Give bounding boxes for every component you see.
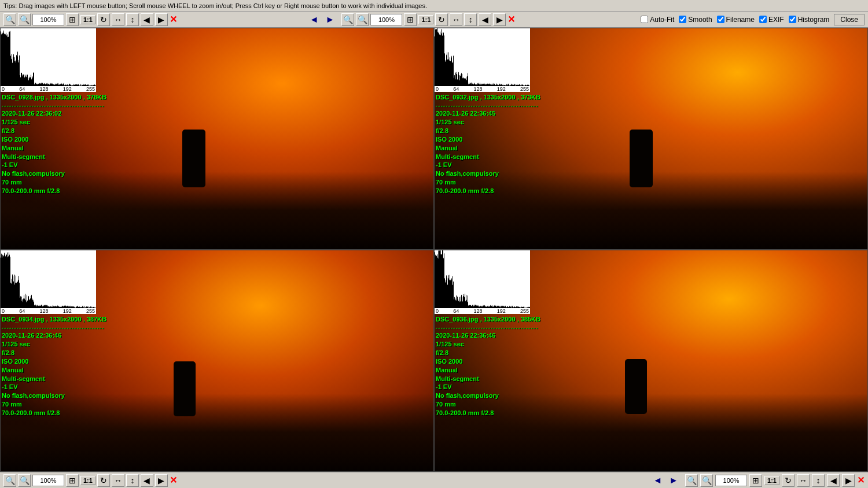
panel-top-left[interactable]: 0 64 128 192 255 DSC_0928.jpg , 1335x200… xyxy=(0,28,434,250)
close-bottom-right-button[interactable]: ✕ xyxy=(857,475,865,486)
flip-h-bottom-left-button[interactable]: ↔ xyxy=(112,474,124,487)
zoom-in-button[interactable]: 🔍 xyxy=(3,13,16,26)
rotate-cw-button[interactable]: ↻ xyxy=(97,13,110,26)
rotate-flip-v-right-button[interactable]: ↕ xyxy=(464,13,477,26)
flip-h-bottom-right-button[interactable]: ↔ xyxy=(797,474,810,487)
rotate-cw-bottom-left-button[interactable]: ↻ xyxy=(97,474,110,487)
1to1-bottom-right-button[interactable]: 1:1 xyxy=(764,476,779,485)
fit-bottom-left-button[interactable]: ⊞ xyxy=(66,474,79,487)
close-left-button[interactable]: ✕ xyxy=(170,14,177,25)
1to1-button[interactable]: 1:1 xyxy=(80,15,95,24)
1to1-right-button[interactable]: 1:1 xyxy=(418,15,433,24)
bottom-toolbar-left: 🔍 🔍 ⊞ 1:1 ↻ ↔ ↕ ◀ ▶ ✕ xyxy=(3,474,646,487)
fit-right-button[interactable]: ⊞ xyxy=(404,13,417,26)
zoom-input-left[interactable] xyxy=(32,14,64,25)
silhouette-tr xyxy=(630,130,653,187)
panel-bottom-left[interactable]: 0 64 128 192 255 DSC_0934.jpg , 1335x200… xyxy=(0,250,434,472)
fit-bottom-right-button[interactable]: ⊞ xyxy=(749,474,762,487)
nav-right-arrow[interactable]: ► xyxy=(323,14,337,25)
histogram-checkbox[interactable] xyxy=(789,16,796,23)
smooth-checkbox[interactable] xyxy=(679,16,686,23)
zoom-in-right-button[interactable]: 🔍 xyxy=(341,13,354,26)
next-button[interactable]: ▶ xyxy=(155,13,168,26)
histogram-label[interactable]: Histogram xyxy=(789,16,830,24)
autofit-label[interactable]: Auto-Fit xyxy=(641,16,674,24)
exif-checkbox[interactable] xyxy=(759,16,767,23)
exif-label[interactable]: EXIF xyxy=(759,16,784,24)
zoom-out-bottom-left-button[interactable]: 🔍 xyxy=(18,474,31,487)
smooth-label[interactable]: Smooth xyxy=(679,16,712,24)
zoom-out-button[interactable]: 🔍 xyxy=(18,13,31,26)
silhouette-tl xyxy=(182,130,205,187)
silhouette-bl xyxy=(174,361,196,416)
autofit-checkbox[interactable] xyxy=(641,16,648,23)
tips-text: Tips: Drag images with LEFT mouse button… xyxy=(3,2,427,9)
zoom-out-bottom-right-button[interactable]: 🔍 xyxy=(700,474,713,487)
nav-left-arrow[interactable]: ◄ xyxy=(307,14,321,25)
rotate-flip-h-right-button[interactable]: ↔ xyxy=(450,13,462,26)
ground-bl xyxy=(1,394,433,471)
zoom-input-bottom-left[interactable] xyxy=(32,475,64,486)
close-button[interactable]: Close xyxy=(834,14,865,25)
prev-button[interactable]: ◀ xyxy=(141,13,153,26)
zoom-out-right-button[interactable]: 🔍 xyxy=(356,13,369,26)
next-bottom-left-button[interactable]: ▶ xyxy=(155,474,168,487)
bottom-nav: ◄ ► xyxy=(650,475,681,486)
zoom-input-right[interactable] xyxy=(370,14,402,25)
zoom-input-bottom-right[interactable] xyxy=(715,475,747,486)
prev-right-button[interactable]: ◀ xyxy=(479,13,491,26)
rotate-cw-bottom-right-button[interactable]: ↻ xyxy=(782,474,795,487)
zoom-in-bottom-left-button[interactable]: 🔍 xyxy=(3,474,16,487)
prev-bottom-right-button[interactable]: ◀ xyxy=(827,474,840,487)
filename-checkbox[interactable] xyxy=(717,16,724,23)
panel-bottom-right[interactable]: 0 64 128 192 255 DSC_0936.jpg , 1335x200… xyxy=(434,250,868,472)
rotate-flip-h-button[interactable]: ↔ xyxy=(112,13,124,26)
bottom-toolbar: 🔍 🔍 ⊞ 1:1 ↻ ↔ ↕ ◀ ▶ ✕ ◄ ► 🔍 🔍 ⊞ 1:1 ↻ ↔ … xyxy=(0,472,868,488)
toolbar-right-zoom: 🔍 🔍 ⊞ 1:1 ↻ ↔ ↕ ◀ ▶ ✕ xyxy=(341,13,641,26)
close-right-button[interactable]: ✕ xyxy=(507,14,515,25)
fit-button[interactable]: ⊞ xyxy=(66,13,79,26)
bottom-toolbar-right: 🔍 🔍 ⊞ 1:1 ↻ ↔ ↕ ◀ ▶ ✕ xyxy=(685,474,865,487)
next-right-button[interactable]: ▶ xyxy=(493,13,506,26)
panel-top-right[interactable]: 0 64 128 192 255 DSC_0932.jpg , 1335x200… xyxy=(434,28,868,250)
bottom-nav-right[interactable]: ► xyxy=(667,475,681,486)
prev-bottom-left-button[interactable]: ◀ xyxy=(141,474,153,487)
filename-label[interactable]: Filename xyxy=(717,16,755,24)
zoom-in-bottom-right-button[interactable]: 🔍 xyxy=(685,474,698,487)
next-bottom-right-button[interactable]: ▶ xyxy=(842,474,855,487)
toolbar-left-controls: 🔍 🔍 ⊞ 1:1 ↻ ↔ ↕ ◀ ▶ ✕ xyxy=(3,13,303,26)
1to1-bottom-left-button[interactable]: 1:1 xyxy=(80,476,95,485)
image-grid: 0 64 128 192 255 DSC_0928.jpg , 1335x200… xyxy=(0,28,868,472)
close-bottom-left-button[interactable]: ✕ xyxy=(170,475,177,486)
silhouette-br xyxy=(625,359,647,414)
toolbar-nav: ◄ ► xyxy=(307,14,337,25)
tips-bar: Tips: Drag images with LEFT mouse button… xyxy=(0,0,868,12)
flip-v-bottom-left-button[interactable]: ↕ xyxy=(126,474,139,487)
top-toolbar: 🔍 🔍 ⊞ 1:1 ↻ ↔ ↕ ◀ ▶ ✕ ◄ ► 🔍 🔍 ⊞ 1:1 ↻ ↔ … xyxy=(0,12,868,28)
rotate-cw-right-button[interactable]: ↻ xyxy=(435,13,448,26)
ground-tl xyxy=(1,172,433,249)
flip-v-bottom-right-button[interactable]: ↕ xyxy=(812,474,825,487)
toolbar-checkboxes: Auto-Fit Smooth Filename EXIF Histogram … xyxy=(641,14,865,25)
ground-br xyxy=(435,394,867,471)
rotate-flip-v-button[interactable]: ↕ xyxy=(126,13,139,26)
bottom-nav-left[interactable]: ◄ xyxy=(650,475,664,486)
